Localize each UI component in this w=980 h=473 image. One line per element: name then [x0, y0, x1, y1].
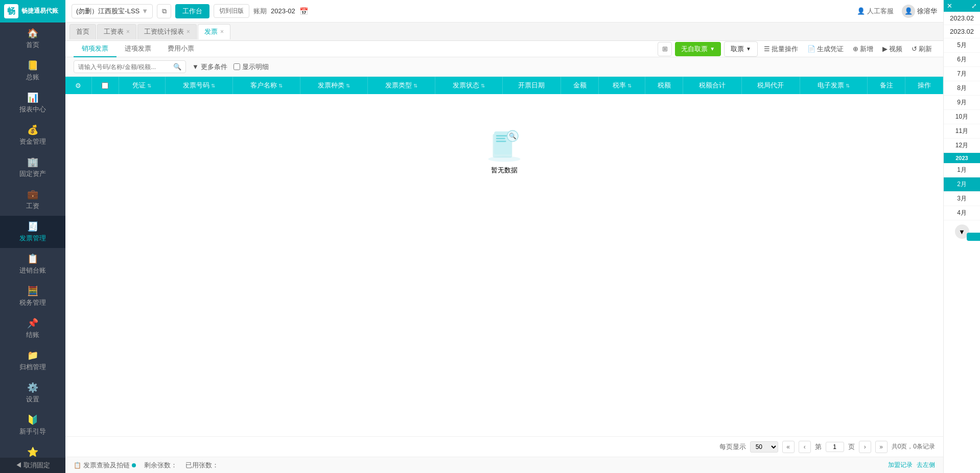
date-item-2023-02-top[interactable]: 2023.02: [944, 12, 980, 25]
date-item-2023-4[interactable]: 4月: [944, 206, 980, 220]
date-item-9[interactable]: 9月: [944, 96, 980, 110]
th-settings[interactable]: ⚙: [65, 77, 91, 94]
content-area: 销项发票 进项发票 费用小票 ⊞ 无自取票 ▼ 取票: [65, 41, 943, 473]
tab-close-salary-report[interactable]: ×: [186, 29, 190, 35]
sidebar-item-member[interactable]: ⭐ 畅会员: [0, 441, 65, 458]
batch-ops-btn[interactable]: ☰ 批量操作: [761, 42, 801, 56]
open-period-btn[interactable]: 开账日期: [967, 233, 980, 241]
tab-salary[interactable]: 工资表 ×: [97, 24, 136, 39]
sidebar-item-guide[interactable]: 🔰 新手引导: [0, 409, 65, 441]
video-btn[interactable]: ▶ 视频: [879, 42, 905, 56]
company-selector[interactable]: (勿删）江西股宝-LSS ▼: [72, 4, 153, 18]
show-detail-toggle[interactable]: 显示明细: [234, 62, 269, 72]
right-panel-expand-btn[interactable]: ⤢: [971, 2, 977, 10]
date-item-2023-1[interactable]: 1月: [944, 163, 980, 177]
tab-close-invoice[interactable]: ×: [220, 29, 224, 35]
avatar-icon: 👤: [904, 7, 913, 15]
per-page-select[interactable]: 20 50 100: [750, 441, 778, 453]
sort-icon: ⇅: [211, 83, 215, 88]
sidebar-item-sales-ledger[interactable]: 📋 进销台账: [0, 248, 65, 280]
date-item-2023-2[interactable]: 2月: [944, 177, 980, 192]
sidebar-item-closing[interactable]: 📌 结账: [0, 312, 65, 345]
last-page-btn[interactable]: »: [875, 441, 888, 453]
th-e-invoice[interactable]: 电子发票⇅: [800, 77, 868, 94]
tab-close-salary[interactable]: ×: [126, 29, 130, 35]
tab-label: 首页: [76, 27, 89, 36]
th-invoice-category[interactable]: 发票类型⇅: [367, 77, 435, 94]
svg-rect-4: [496, 138, 505, 140]
th-invoice-no[interactable]: 发票号码⇅: [166, 77, 233, 94]
tab-invoice[interactable]: 发票 ×: [198, 24, 230, 39]
date-item-2023-02-second[interactable]: 2023.02: [944, 25, 980, 38]
date-item-12[interactable]: 12月: [944, 139, 980, 153]
select-all-checkbox[interactable]: [102, 82, 108, 89]
right-panel-close-btn[interactable]: ✕: [947, 2, 952, 10]
grid-view-btn[interactable]: ⊞: [658, 42, 672, 56]
date-item-8[interactable]: 8月: [944, 81, 980, 96]
copy-company-btn[interactable]: ⧉: [157, 4, 171, 18]
workbench-btn[interactable]: 工作台: [175, 4, 209, 18]
period-label: 账期: [253, 7, 267, 16]
sidebar-item-settings[interactable]: ⚙️ 设置: [0, 377, 65, 409]
username: 徐溶华: [917, 7, 937, 16]
sidebar-item-general-ledger[interactable]: 📒 总账: [0, 55, 65, 87]
more-filter-btn[interactable]: ▼ 更多条件: [192, 62, 227, 72]
check-status: 📋 发票查验及拍链: [74, 461, 136, 470]
join-record-link[interactable]: 加盟记录: [888, 461, 913, 469]
sidebar-item-salary[interactable]: 💼 工资: [0, 184, 65, 216]
sidebar-collapse-btn[interactable]: ◀ 取消固定: [0, 458, 65, 473]
gen-voucher-btn[interactable]: 📄 生成凭证: [804, 42, 847, 56]
prev-page-btn[interactable]: ‹: [799, 441, 811, 453]
logo-text: 畅捷通易代账: [21, 7, 58, 15]
sidebar-item-home[interactable]: 🏠 首页: [0, 22, 65, 55]
sidebar-item-tax-mgmt[interactable]: 🧮 税务管理: [0, 280, 65, 312]
tab-salary-report[interactable]: 工资统计报表 ×: [137, 24, 197, 39]
first-page-btn[interactable]: «: [782, 441, 795, 453]
new-btn[interactable]: ⊕ 新增: [850, 42, 876, 56]
next-page-btn[interactable]: ›: [859, 441, 871, 453]
btn-label: 刷新: [919, 44, 932, 54]
page-input[interactable]: [826, 442, 844, 452]
sidebar-item-reports[interactable]: 📊 报表中心: [0, 87, 65, 119]
settings-icon: ⚙️: [27, 382, 38, 393]
show-detail-checkbox[interactable]: [234, 63, 240, 70]
salary-icon: 💼: [27, 189, 38, 200]
date-item-10[interactable]: 10月: [944, 110, 980, 124]
date-item-7[interactable]: 7月: [944, 67, 980, 81]
th-customer[interactable]: 客户名称⇅: [232, 77, 300, 94]
ad-left-link[interactable]: 去左侧: [917, 461, 935, 469]
search-input[interactable]: [78, 63, 170, 71]
sidebar-item-archive[interactable]: 📁 归档管理: [0, 345, 65, 377]
check-label: 发票查验及拍链: [83, 461, 130, 470]
sidebar-item-fixed-assets[interactable]: 🏢 固定资产: [0, 151, 65, 184]
subtab-purchase[interactable]: 进项发票: [116, 41, 159, 57]
th-tax-rate[interactable]: 税率⇅: [599, 77, 645, 94]
empty-text: 暂无数据: [491, 166, 518, 175]
sales-ledger-icon: 📋: [27, 253, 38, 264]
th-voucher[interactable]: 凭证⇅: [119, 77, 165, 94]
sidebar-item-funds[interactable]: 💰 资金管理: [0, 119, 65, 151]
switch-old-btn[interactable]: 切到旧版: [214, 4, 249, 18]
topbar-right: 👤 人工客服 👤 徐溶华: [857, 5, 937, 18]
refresh-btn[interactable]: ↺ 刷新: [908, 42, 935, 56]
remaining-label: 剩余张数：: [144, 461, 177, 470]
period-calendar-icon[interactable]: 📅: [299, 7, 308, 15]
btn-label: 批量操作: [772, 44, 798, 54]
no-deduct-btn[interactable]: 无自取票 ▼: [675, 42, 721, 56]
service-btn[interactable]: 👤 人工客服: [857, 7, 894, 16]
sidebar-item-invoice-mgmt[interactable]: 🧾 发票管理: [0, 216, 65, 248]
sidebar-item-label: 资金管理: [19, 137, 46, 146]
th-invoice-status[interactable]: 发票状态⇅: [435, 77, 502, 94]
th-invoice-type[interactable]: 发票种类⇅: [300, 77, 367, 94]
sidebar-item-label: 进销台账: [19, 266, 46, 275]
user-menu[interactable]: 👤 徐溶华: [902, 5, 937, 18]
date-item-11[interactable]: 11月: [944, 124, 980, 139]
th-checkbox[interactable]: [91, 77, 119, 94]
subtab-sales[interactable]: 销项发票: [74, 41, 116, 57]
take-ticket-btn[interactable]: 取票 ▼: [724, 41, 758, 57]
date-item-6[interactable]: 6月: [944, 53, 980, 67]
tab-home[interactable]: 首页: [69, 24, 96, 39]
date-item-5[interactable]: 5月: [944, 38, 980, 53]
date-item-2023-3[interactable]: 3月: [944, 192, 980, 206]
subtab-expense[interactable]: 费用小票: [159, 41, 202, 57]
